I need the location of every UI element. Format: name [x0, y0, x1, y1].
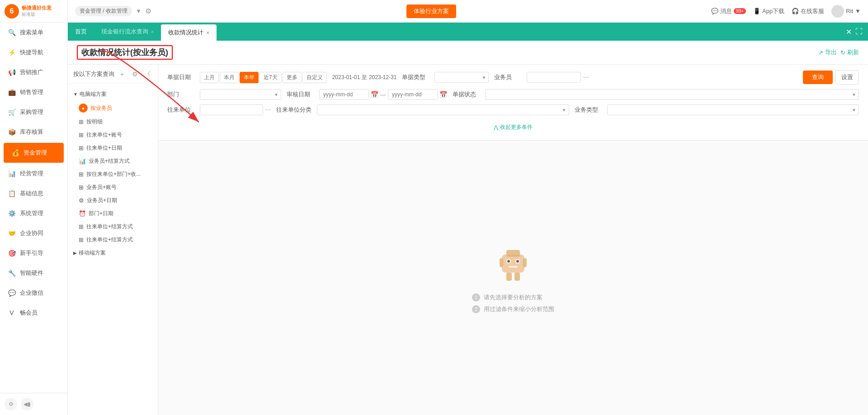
- user-name: Rit: [846, 8, 853, 14]
- sidebar-item-marketing[interactable]: 📢 营销推广: [0, 62, 67, 82]
- date-tab-7days[interactable]: 近7天: [259, 72, 282, 83]
- system-icon: ⚙️: [7, 209, 16, 218]
- sidebar-item-hardware[interactable]: 🔧 智能硬件: [0, 263, 67, 283]
- review-date-from[interactable]: [319, 89, 369, 100]
- sidebar-collapse-button[interactable]: ◀▮: [21, 398, 33, 410]
- sidebar-label-quicknav: 快捷导航: [20, 48, 43, 57]
- sidebar-label-inventory: 库存核算: [20, 128, 43, 136]
- tree-item-unit-dept[interactable]: ⊞ 按往来单位+部门+收...: [68, 168, 158, 181]
- salesperson-more-icon[interactable]: ···: [583, 73, 589, 81]
- date-tab-more[interactable]: 更多: [283, 72, 302, 83]
- date-tab-custom[interactable]: 自定义: [302, 72, 327, 83]
- breadcrumb-dropdown-icon[interactable]: ▼: [136, 8, 142, 14]
- sidebar-item-purchase[interactable]: 🛒 采购管理: [0, 102, 67, 122]
- doc-type-select[interactable]: [434, 72, 489, 83]
- doc-status-select[interactable]: [485, 89, 859, 100]
- review-date-to-icon[interactable]: 📅: [439, 91, 447, 98]
- sidebar-item-wechat[interactable]: 💬 企业微信: [0, 283, 67, 303]
- counterpart-category-select[interactable]: [317, 104, 569, 115]
- query-button[interactable]: 查询: [803, 71, 833, 84]
- topbar-left: 资金管理 / 收款管理 ▼ ⚙: [75, 6, 151, 16]
- salesperson-label: 业务员: [494, 73, 521, 81]
- sidebar-item-coop[interactable]: 🤝 企业协同: [0, 223, 67, 243]
- business-type-select[interactable]: [607, 104, 859, 115]
- tree-mobile-label: 移动端方案: [79, 249, 106, 257]
- tree-item-icon-unit-account: ⊞: [79, 132, 84, 138]
- logo-text-area: 畅捷通好生意 标准版: [22, 5, 52, 18]
- counterpart-more-icon[interactable]: ···: [265, 106, 271, 114]
- sidebar-item-guide[interactable]: 🎯 新手引导: [0, 243, 67, 263]
- dept-select-wrapper: [200, 89, 281, 100]
- add-scheme-button[interactable]: +: [117, 69, 127, 79]
- filter-area: 单据日期 上月 本月 本年 近7天 更多 自定义 2023-01-01 至 20…: [158, 65, 868, 141]
- tab-home[interactable]: 首页: [68, 23, 94, 41]
- tree-item-label-unit-account: 往来单位+账号: [86, 131, 122, 139]
- business-type-select-wrapper: [607, 104, 859, 115]
- wechat-icon: 💬: [7, 288, 16, 297]
- sidebar-item-operation[interactable]: 📊 经营管理: [0, 164, 67, 184]
- tree-item-unit-date[interactable]: ⊞ 往来单位+日期: [68, 141, 158, 155]
- date-tabs: 上月 本月 本年 近7天 更多 自定义: [200, 72, 327, 83]
- refresh-label: 刷新: [847, 48, 859, 57]
- settings-icon[interactable]: ⚙: [145, 7, 151, 15]
- tab-collection-stats[interactable]: 收款情况统计 ×: [161, 24, 216, 41]
- tree-item-sp-account[interactable]: ⊞ 业务员+账号: [68, 181, 158, 194]
- sidebar-item-finance[interactable]: 💰 资金管理: [4, 143, 64, 163]
- sidebar-label-finance: 资金管理: [24, 149, 47, 157]
- sidebar-item-basic[interactable]: 📋 基础信息: [0, 184, 67, 203]
- counterpart-input[interactable]: [200, 104, 263, 115]
- date-tab-this-year[interactable]: 本年: [240, 72, 259, 83]
- sidebar-item-system[interactable]: ⚙️ 系统管理: [0, 203, 67, 223]
- refresh-button[interactable]: ↻ 刷新: [840, 48, 859, 57]
- filter-settings-button[interactable]: 设置: [835, 70, 859, 85]
- sidebar-item-member[interactable]: V 畅会员: [0, 303, 67, 323]
- sidebar-item-inventory[interactable]: 📦 库存核算: [0, 122, 67, 142]
- sidebar-bottom: ⚙ ◀▮: [0, 393, 67, 415]
- cash-flow-tab-close[interactable]: ×: [151, 29, 154, 34]
- online-service-label: 在线客服: [801, 7, 824, 15]
- window-maximize-button[interactable]: ⛶: [855, 28, 863, 36]
- review-date-from-icon[interactable]: 📅: [371, 91, 378, 98]
- tree-item-unit-settlement1[interactable]: ⊞ 往来单位+结算方式: [68, 220, 158, 233]
- tab-cash-flow[interactable]: 现金银行流水查询 ×: [94, 23, 161, 41]
- tree-item-dept-date[interactable]: ⏰ 部门+日期: [68, 207, 158, 220]
- salesperson-input[interactable]: [527, 72, 581, 83]
- window-close-button[interactable]: ✕: [846, 28, 852, 36]
- tree-item-sp-date[interactable]: ⚙ 业务员+日期: [68, 194, 158, 207]
- sidebar-settings-button[interactable]: ⚙: [5, 398, 17, 410]
- tree-desktop-section[interactable]: ▼ 电脑端方案: [68, 88, 158, 101]
- online-service-button[interactable]: 🎧 在线客服: [792, 7, 824, 15]
- user-area[interactable]: Rit ▼: [831, 5, 861, 18]
- date-tab-this-month[interactable]: 本月: [220, 72, 239, 83]
- tree-item-unit-account[interactable]: ⊞ 往来单位+账号: [68, 128, 158, 141]
- tree-item-by-detail[interactable]: ⊞ 按明细: [68, 115, 158, 128]
- home-tab-label: 首页: [75, 28, 87, 36]
- collapse-filter-button[interactable]: ⋀ 收起更多条件: [167, 120, 859, 135]
- tip-num-1: 1: [472, 293, 480, 302]
- date-tab-last-month[interactable]: 上月: [200, 72, 219, 83]
- tree-item-salesperson-settlement[interactable]: 📊 业务员+结算方式: [68, 155, 158, 168]
- sidebar-item-search[interactable]: 🔍 搜索菜单: [0, 23, 67, 42]
- trial-button[interactable]: 体验行业方案: [406, 5, 456, 18]
- scheme-settings-button[interactable]: ⚙: [130, 69, 140, 79]
- tree-mobile-section[interactable]: ▶ 移动端方案: [68, 246, 158, 259]
- dept-select[interactable]: [200, 89, 281, 100]
- operation-icon: 📊: [7, 169, 16, 178]
- app-download-button[interactable]: 📱 App下载: [753, 7, 784, 15]
- dept-label: 部门: [167, 90, 194, 99]
- tree-item-by-salesperson[interactable]: ● 按业务员: [68, 101, 158, 115]
- collection-stats-tab-close[interactable]: ×: [206, 30, 209, 35]
- tree-item-icon-unit-set2: ⊞: [79, 236, 84, 243]
- sidebar-label-member: 畅会员: [20, 309, 38, 317]
- sidebar-item-quicknav[interactable]: ⚡ 快捷导航: [0, 42, 67, 62]
- review-date-to[interactable]: [388, 89, 438, 100]
- sidebar-item-sales[interactable]: 💼 销售管理: [0, 82, 67, 102]
- tree-item-label-unit-set2: 往来单位+结算方式: [86, 236, 133, 244]
- messages-button[interactable]: 💬 消息 99+: [711, 7, 746, 15]
- export-button[interactable]: ↗ 导出: [818, 48, 837, 57]
- panel-collapse-button[interactable]: 《: [142, 69, 152, 79]
- tree-item-unit-settlement2[interactable]: ⊞ 往来单位+结算方式: [68, 233, 158, 246]
- svg-rect-9: [506, 273, 512, 281]
- messages-label: 消息: [720, 7, 732, 15]
- left-panel: 按以下方案查询 + ⚙ 《 ▼ 电脑端方案 ● 按业务员 ⊞ 按明: [68, 65, 158, 415]
